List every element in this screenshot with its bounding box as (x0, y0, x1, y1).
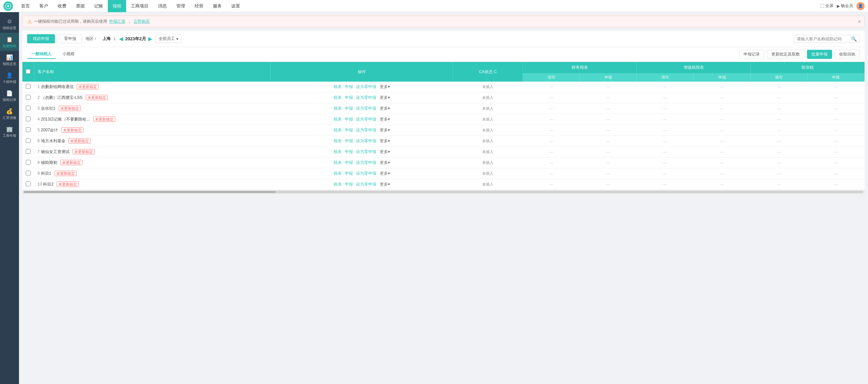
row-op-declare[interactable]: 申报 (345, 128, 353, 132)
row-checkbox-8[interactable] (26, 171, 31, 175)
row-op-declare[interactable]: 申报 (345, 84, 353, 89)
nav-services[interactable]: 服务 (208, 0, 226, 12)
row-checkbox-7[interactable] (26, 160, 31, 165)
row-op-zero-declare[interactable]: 设为零申报 (356, 95, 376, 100)
sidebar-item-tax-overview[interactable]: 📊 报税总览 (0, 51, 19, 69)
tab-small-scale[interactable]: 小规模 (58, 50, 79, 59)
row-op-tax-table[interactable]: 税表 (334, 106, 342, 111)
declaration-records-button[interactable]: 申报记录 (739, 50, 764, 59)
retrieve-receipt-button[interactable]: 收取回执 (835, 50, 860, 59)
sidebar-item-tax-records[interactable]: 📄 报税记录 (0, 87, 19, 105)
prev-month-button[interactable]: ◀ (119, 36, 123, 42)
row-op-tax-table[interactable]: 税表 (334, 84, 342, 89)
row-op-more[interactable]: 更多▾ (380, 171, 390, 176)
row-checkbox-3[interactable] (26, 116, 31, 121)
nav-management[interactable]: 管理 (172, 0, 190, 12)
nav-settings[interactable]: 设置 (226, 0, 245, 12)
row-op-declare[interactable]: 申报 (345, 182, 353, 187)
row-checkbox-5[interactable] (26, 138, 31, 143)
sidebar-item-individual-tax[interactable]: 👤 个税申报 (0, 69, 19, 87)
horizontal-scrollbar[interactable] (22, 190, 865, 194)
row-op-tax-table[interactable]: 税表 (334, 95, 342, 100)
search-icon[interactable]: 🔍 (851, 36, 857, 42)
row-op-tax-table[interactable]: 税表 (334, 117, 342, 122)
row-op-declare[interactable]: 申报 (345, 106, 353, 111)
row-checkbox-2[interactable] (26, 106, 31, 110)
row-op-more[interactable]: 更多▾ (380, 138, 390, 143)
nav-bookkeeping[interactable]: 记账 (90, 0, 108, 12)
region-info-icon[interactable]: ℹ (114, 37, 116, 41)
select-all-checkbox[interactable] (26, 69, 31, 74)
row-checkbox-0[interactable] (26, 84, 31, 89)
row-checkbox-cell (22, 92, 34, 103)
row-checkbox-9[interactable] (26, 182, 31, 186)
row-vat-declare-cell: — (694, 147, 751, 157)
sidebar-item-batch-tax[interactable]: 📋 批量报税 (0, 33, 19, 51)
row-op-tax-table[interactable]: 税表 (334, 138, 342, 143)
next-month-button[interactable]: ▶ (148, 36, 152, 42)
department-select[interactable]: 全部员工 ▾ (156, 35, 181, 43)
nav-billing[interactable]: 收费 (53, 0, 71, 12)
row-op-more[interactable]: 更多▾ (380, 117, 390, 122)
row-op-zero-declare[interactable]: 设为零申报 (356, 84, 376, 89)
tab-zero-declaration[interactable]: 零申报 (58, 34, 82, 43)
row-op-tax-table[interactable]: 税表 (334, 160, 342, 165)
row-op-zero-declare[interactable]: 设为零申报 (356, 117, 376, 122)
row-op-declare[interactable]: 申报 (345, 138, 353, 143)
vip-button[interactable]: ▶ 畅会员 (837, 3, 853, 9)
row-checkbox-1[interactable] (26, 95, 31, 100)
sidebar-item-tax-settings[interactable]: ⚙ 报税设置 (0, 15, 19, 33)
tab-general-taxpayer[interactable]: 一般纳税人 (27, 50, 56, 59)
row-op-zero-declare[interactable]: 设为零申报 (356, 160, 376, 165)
nav-home[interactable]: 首页 (16, 0, 35, 12)
row-op-zero-declare[interactable]: 设为零申报 (356, 182, 376, 187)
row-op-more[interactable]: 更多▾ (380, 160, 390, 165)
nav-invoice[interactable]: 票据 (71, 0, 90, 12)
row-checkbox-4[interactable] (26, 127, 31, 132)
row-op-more[interactable]: 更多▾ (380, 106, 390, 111)
banner-link-buy[interactable]: 立即购买 (134, 19, 150, 24)
nav-operations[interactable]: 经营 (190, 0, 208, 12)
row-op-more[interactable]: 更多▾ (380, 128, 390, 132)
row-op-more[interactable]: 更多▾ (380, 84, 390, 89)
row-op-declare[interactable]: 申报 (345, 160, 353, 165)
row-op-zero-declare[interactable]: 设为零申报 (356, 149, 376, 154)
row-customer-name: 辅助期初 (41, 160, 57, 165)
row-vat-fill: — (663, 117, 667, 122)
row-op-zero-declare[interactable]: 设为零申报 (356, 138, 376, 143)
row-op-declare[interactable]: 申报 (345, 95, 353, 100)
sidebar-item-settlement[interactable]: 💰 汇算清缴 (0, 105, 19, 123)
row-op-more[interactable]: 更多▾ (380, 95, 390, 100)
tab-tax-declaration[interactable]: 税款申报 (27, 34, 55, 43)
row-op-tax-table[interactable]: 税表 (334, 182, 342, 187)
fullscreen-button[interactable]: ⛶ 全屏 (820, 3, 833, 9)
row-op-zero-declare[interactable]: 设为零申报 (356, 171, 376, 176)
nav-messages[interactable]: 消息 (153, 0, 172, 12)
batch-declare-button[interactable]: 批量申报 (807, 50, 832, 59)
row-op-zero-declare[interactable]: 设为零申报 (356, 128, 376, 132)
nav-tax[interactable]: 报税 (108, 0, 126, 12)
row-op-more[interactable]: 更多▾ (380, 182, 390, 187)
sidebar-label-tax-overview: 报税总览 (3, 62, 16, 66)
nav-business[interactable]: 工商项目 (126, 0, 153, 12)
row-unverified-tag: 未更新核定 (93, 116, 115, 122)
banner-close-button[interactable]: × (858, 19, 861, 25)
row-op-tax-table[interactable]: 税表 (334, 149, 342, 154)
scrollbar-thumb[interactable] (24, 191, 276, 193)
nav-clients[interactable]: 客户 (35, 0, 53, 12)
row-op-more[interactable]: 更多▾ (380, 149, 390, 154)
row-op-declare[interactable]: 申报 (345, 117, 353, 122)
row-operations-cell: 税表 申报 设为零申报 更多▾ (271, 92, 453, 103)
search-input[interactable] (797, 37, 851, 41)
row-op-declare[interactable]: 申报 (345, 171, 353, 176)
sidebar-item-annual-report[interactable]: 🏢 工商年报 (0, 123, 19, 141)
row-op-declare[interactable]: 申报 (345, 149, 353, 154)
row-op-tax-table[interactable]: 税表 (334, 171, 342, 176)
row-checkbox-6[interactable] (26, 149, 31, 154)
row-op-tax-table[interactable]: 税表 (334, 128, 342, 132)
update-fetch-button[interactable]: 更新统定及取数 (767, 50, 804, 59)
user-avatar[interactable]: 👤 (856, 2, 865, 10)
banner-link-declaration[interactable]: 申报汇签 (109, 19, 125, 24)
row-vat-fill: — (663, 161, 667, 165)
row-op-zero-declare[interactable]: 设为零申报 (356, 106, 376, 111)
